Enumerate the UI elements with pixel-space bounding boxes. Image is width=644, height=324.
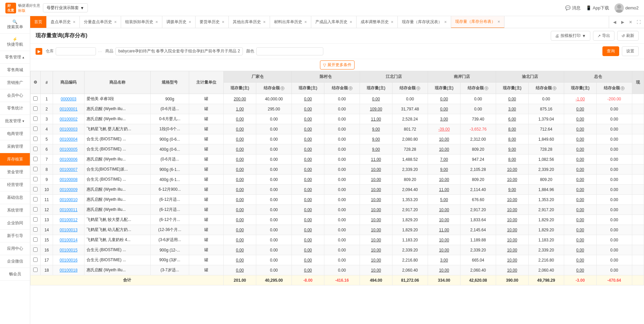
row-code: 00100005 — [53, 144, 85, 154]
info-icon[interactable]: ① — [621, 86, 625, 90]
tab-transfer[interactable]: 调拨单历史 ✕ — [162, 16, 196, 28]
refresh-btn[interactable]: ↺ 刷新 — [617, 31, 639, 41]
row-checkbox[interactable] — [31, 195, 41, 205]
footer-c3-qty: 494.00 — [360, 275, 392, 285]
row-c4-amt: 0.00 — [461, 104, 496, 114]
expand-conditions-btn[interactable]: ▽ 展开更多条件 — [320, 60, 355, 70]
sidebar-item-collab[interactable]: 企业协同 — [0, 217, 30, 230]
color-input[interactable] — [256, 47, 323, 55]
tab-sub-stocktake[interactable]: 分量盘点单历史 ✕ — [80, 16, 121, 28]
info-icon[interactable]: ① — [416, 86, 420, 90]
row-checkbox[interactable] — [31, 215, 41, 225]
tab-close-icon[interactable]: ✕ — [155, 20, 158, 24]
info-icon[interactable]: ① — [552, 86, 556, 90]
tab-close-icon[interactable]: ✕ — [497, 20, 500, 24]
tab-close-icon[interactable]: ✕ — [304, 20, 307, 24]
row-c1-qty: 0.00 — [224, 124, 256, 134]
query-btn[interactable]: 查询 — [602, 46, 619, 56]
sidebar-item-retail[interactable]: 零售管理 ▲ — [0, 51, 30, 64]
sidebar-item-guide[interactable]: 新手引导 — [0, 230, 30, 242]
row-checkbox[interactable] — [31, 134, 41, 144]
tab-close-icon[interactable]: ✕ — [391, 20, 393, 24]
th-gear[interactable]: ⚙ — [31, 71, 41, 94]
tab-cost-adjust[interactable]: 成本调整单历史 ✕ — [357, 16, 398, 28]
industry-selector[interactable]: 母婴行业演示陈套 ▼ — [43, 3, 88, 12]
sidebar-item-system[interactable]: 系统管理 — [0, 204, 30, 217]
tab-order[interactable]: 要货单历史 ✕ — [196, 16, 229, 28]
sidebar-item-purchase[interactable]: 采购管理 — [0, 140, 30, 153]
product-input[interactable] — [115, 47, 243, 55]
sidebar-item-wechat[interactable]: 企业微信 — [0, 255, 30, 268]
tab-close-all-btn[interactable]: ✕ — [627, 16, 635, 28]
tab-prev-btn[interactable]: ◀ — [610, 16, 619, 28]
settings-btn[interactable]: 设置 — [622, 46, 639, 56]
tab-close-icon[interactable]: ✕ — [444, 20, 447, 24]
info-icon[interactable]: ① — [280, 86, 284, 90]
filter-expand-arrow[interactable]: ▶ — [36, 48, 42, 55]
tab-home[interactable]: 首页 — [30, 16, 47, 28]
app-download-btn[interactable]: 📱 App下载 — [586, 5, 609, 11]
sidebar-item-basic-info[interactable]: 基础信息 — [0, 191, 30, 204]
row-c5-qty: 10.00 — [496, 165, 528, 175]
row-checkbox[interactable] — [31, 185, 41, 195]
sidebar-item-search[interactable]: 🔍 搜索英单 — [0, 16, 30, 34]
tab-assembly[interactable]: 组装拆卸单历史 ✕ — [121, 16, 162, 28]
tab-close-icon[interactable]: ✕ — [73, 20, 75, 24]
row-checkbox[interactable] — [31, 245, 41, 255]
export-btn[interactable]: ↗ 导出 — [593, 31, 614, 41]
row-checkbox[interactable] — [31, 144, 41, 154]
sidebar-item-marketing[interactable]: 营销推广 — [0, 77, 30, 89]
row-checkbox[interactable] — [31, 265, 41, 275]
sidebar-item-shop[interactable]: 零售商城 — [0, 64, 30, 77]
tab-expand-btn[interactable]: ⛶ — [635, 16, 643, 28]
info-icon[interactable]: ① — [348, 86, 353, 90]
row-checkbox[interactable] — [31, 104, 41, 114]
row-spec: 900g — [151, 94, 189, 104]
row-c2-amt: 0.00 — [324, 124, 360, 134]
sidebar-item-inventory[interactable]: 库存核算 — [0, 153, 30, 166]
tab-close-icon[interactable]: ✕ — [222, 20, 224, 24]
sidebar-item-ecommerce[interactable]: 电商管理 — [0, 128, 30, 140]
warehouse-more-icon[interactable]: ··· — [98, 49, 102, 54]
row-checkbox[interactable] — [31, 94, 41, 104]
tab-stock-dist[interactable]: 现存量（库存分布表） ✕ — [451, 16, 504, 28]
sidebar-item-apps[interactable]: 应用中心 — [0, 242, 30, 255]
sidebar-item-retail-stats[interactable]: 零售统计 — [0, 102, 30, 115]
info-icon[interactable]: ① — [484, 86, 488, 90]
message-btn[interactable]: 💬 消息 — [565, 5, 581, 11]
row-spec: 900g (0-6... — [151, 134, 189, 144]
tab-finished-goods[interactable]: 产成品入库单历史 ✕ — [311, 16, 357, 28]
tab-material-out[interactable]: 材料出库单历史 ✕ — [270, 16, 311, 28]
row-current — [632, 245, 644, 255]
tab-next-btn[interactable]: ▶ — [619, 16, 627, 28]
tab-stock-status[interactable]: 现存量（库存状况表） ✕ — [398, 16, 451, 28]
row-checkbox[interactable] — [31, 235, 41, 245]
row-checkbox[interactable] — [31, 205, 41, 215]
sidebar-item-finance[interactable]: 资金管理 — [0, 166, 30, 179]
row-code: 0000003 — [53, 94, 85, 104]
row-checkbox[interactable] — [31, 165, 41, 175]
tab-close-icon[interactable]: ✕ — [350, 20, 352, 24]
row-checkbox[interactable] — [31, 154, 41, 165]
user-area[interactable]: demo2 — [614, 3, 639, 13]
sidebar-item-member[interactable]: 会员中心 — [0, 89, 30, 102]
row-checkbox[interactable] — [31, 114, 41, 124]
tab-close-icon[interactable]: ✕ — [114, 20, 117, 24]
tab-other-out[interactable]: 其他出库单历史 ✕ — [229, 16, 270, 28]
row-spec: 400g (0-6... — [151, 144, 189, 154]
row-c1-amt: 0.00 — [256, 245, 292, 255]
print-btn[interactable]: 🖨 按模板打印 ▼ — [551, 31, 590, 41]
tab-stocktake-history[interactable]: 盘点单历史 ✕ — [47, 16, 80, 28]
sidebar-item-nav[interactable]: ⚡ 快捷导航 — [0, 34, 30, 51]
row-checkbox[interactable] — [31, 124, 41, 134]
tab-close-icon[interactable]: ✕ — [189, 20, 191, 24]
sidebar-item-vip[interactable]: 畅会员 — [0, 268, 30, 281]
row-checkbox[interactable] — [31, 225, 41, 235]
sidebar-item-wholesale[interactable]: 批发管理 ▼ — [0, 115, 30, 128]
sidebar-item-operations[interactable]: 经营管理 — [0, 179, 30, 191]
warehouse-input[interactable] — [56, 47, 96, 55]
row-checkbox[interactable] — [31, 175, 41, 185]
row-checkbox[interactable] — [31, 255, 41, 265]
tab-close-icon[interactable]: ✕ — [263, 20, 266, 24]
table-wrapper[interactable]: ⚙ # 商品编码 商品名称 规格型号 主计量单位 厂家仓 陈村仓 江北门店 南岸… — [30, 71, 644, 324]
